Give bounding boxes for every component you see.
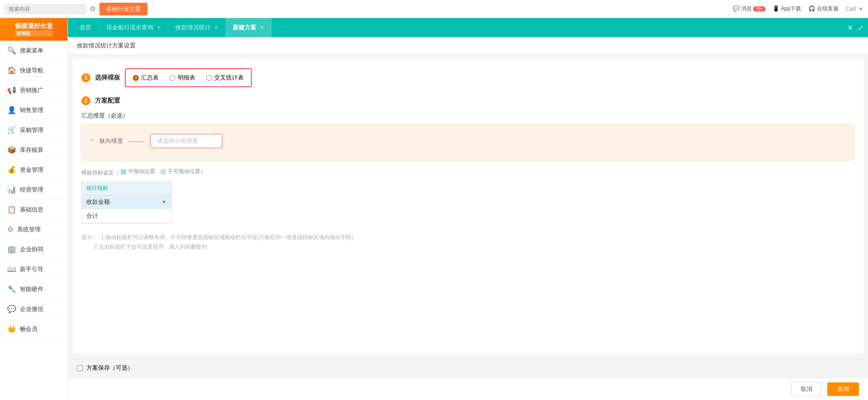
sidebar-label-hardware: 智能硬件 bbox=[20, 285, 43, 293]
metrics-table-header: 统计指标 bbox=[82, 182, 171, 195]
guide-icon: 📖 bbox=[7, 265, 16, 273]
sidebar-label-guide: 新手引导 bbox=[20, 265, 43, 273]
purchase-icon: 🛒 bbox=[7, 126, 16, 134]
sidebar-label-system: 系统管理 bbox=[17, 226, 41, 234]
hardware-icon: 🔧 bbox=[7, 285, 16, 293]
step2-title: 方案配置 bbox=[95, 97, 120, 105]
tips-area: 提示： 1.拖动标题栏可以调整布局，不可跨维度或指标区域拖动栏目字段(只能在同一… bbox=[81, 233, 854, 252]
tip-line-0: 1.拖动标题栏可以调整布局，不可跨维度或指标区域拖动栏目字段(只能在同一维度或指… bbox=[101, 234, 353, 240]
footer-bar: 取消 查询 bbox=[68, 377, 868, 400]
tab-cashflow-close[interactable]: × bbox=[157, 24, 160, 31]
sidebar-item-search[interactable]: 🔍 搜索菜单 bbox=[0, 41, 67, 61]
metrics-desc: 模板指标设定（ 可拖动位置 不可拖动位置） bbox=[81, 168, 854, 177]
sidebar-item-member[interactable]: 👑 畅会员 bbox=[0, 319, 67, 339]
sidebar-item-finance[interactable]: 💰 资金管理 bbox=[0, 160, 67, 180]
download-link[interactable]: 📱 App下载 bbox=[773, 5, 801, 13]
sidebar-item-guide[interactable]: 📖 新手引导 bbox=[0, 259, 67, 279]
sidebar-item-management[interactable]: 📊 经营管理 bbox=[0, 180, 67, 200]
sales-icon: 👤 bbox=[7, 106, 16, 114]
radio-detail-label: 明细表 bbox=[178, 74, 195, 82]
metrics-name-1: 合计 bbox=[86, 212, 98, 220]
logo-name: 畅捷通好生意 bbox=[15, 22, 53, 30]
inventory-icon: 📦 bbox=[7, 146, 16, 154]
immovable-label: 不可拖动位置） bbox=[168, 168, 206, 175]
sidebar-item-wechat[interactable]: 💬 企业微信 bbox=[0, 299, 67, 319]
main-layout: 畅捷通好生意 标准版 🔍 搜索菜单 🏠 快捷导航 📢 营销推广 👤 销售管理 🛒… bbox=[0, 18, 868, 400]
sidebar-label-search: 搜索菜单 bbox=[20, 47, 43, 55]
save-checkbox[interactable] bbox=[77, 365, 83, 371]
tab-cashflow[interactable]: 现金银行流水查询 × bbox=[99, 18, 168, 37]
message-area[interactable]: 💬 消息 99+ bbox=[733, 5, 766, 13]
radio-summary[interactable]: 汇总表 bbox=[133, 74, 159, 82]
tip-prefix: 提示： bbox=[81, 234, 98, 240]
top-header: ⚙ 体验行业方案 💬 消息 99+ 📱 App下载 🎧 在线客服 CaR ▼ bbox=[0, 0, 868, 18]
radio-cross-input[interactable] bbox=[206, 75, 212, 81]
radio-detail[interactable]: 明细表 bbox=[170, 74, 195, 82]
template-select-row: 汇总表 明细表 交叉统计表 bbox=[125, 68, 252, 87]
sidebar-label-finance: 资金管理 bbox=[20, 166, 43, 174]
tab-receipt-stats[interactable]: 收款情况统计 × bbox=[168, 18, 226, 37]
immovable-dot bbox=[160, 169, 166, 174]
tab-bar: 首页 现金银行流水查询 × 收款情况统计 × 新建方案 × ✕ ⤢ bbox=[68, 18, 868, 37]
metrics-row-0[interactable]: 收款金额 ▼ bbox=[82, 195, 171, 209]
sidebar-item-marketing[interactable]: 📢 营销推广 bbox=[0, 80, 67, 100]
tab-bar-actions: ✕ ⤢ bbox=[847, 24, 863, 32]
tab-home[interactable]: 首页 bbox=[72, 18, 99, 37]
management-icon: 📊 bbox=[7, 185, 16, 194]
tab-new-plan-close[interactable]: × bbox=[260, 24, 264, 31]
radio-summary-input[interactable] bbox=[133, 75, 139, 81]
sidebar-label-corp: 企业协同 bbox=[20, 245, 43, 254]
user-info[interactable]: CaR ▼ bbox=[846, 6, 863, 12]
finance-icon: 💰 bbox=[7, 165, 16, 174]
content-area: 首页 现金银行流水查询 × 收款情况统计 × 新建方案 × ✕ ⤢ 收款情况统计… bbox=[68, 18, 868, 400]
sidebar-logo: 畅捷通好生意 标准版 bbox=[0, 18, 67, 41]
dim-select-box[interactable]: 请选择分组维度 bbox=[150, 134, 222, 148]
tab-receipt-close[interactable]: × bbox=[215, 24, 218, 31]
tip-label: 提示： 1.拖动标题栏可以调整布局，不可跨维度或指标区域拖动栏目字段(只能在同一… bbox=[81, 233, 854, 243]
marketing-icon: 📢 bbox=[7, 86, 16, 94]
radio-detail-input[interactable] bbox=[170, 75, 175, 81]
sidebar-item-inventory[interactable]: 📦 库存核算 bbox=[0, 140, 67, 160]
movable-label: 可拖动位置 bbox=[128, 168, 155, 175]
header-left: ⚙ 体验行业方案 bbox=[5, 3, 147, 15]
system-icon: ⚙ bbox=[7, 225, 14, 234]
form-body: 1 选择模板 汇总表 明细表 bbox=[72, 59, 863, 353]
radio-cross[interactable]: 交叉统计表 bbox=[206, 74, 244, 82]
page-content: 收款情况统计方案设置 1 选择模板 汇总表 bbox=[68, 37, 868, 377]
step1-num: 1 bbox=[81, 73, 90, 82]
sidebar-item-system[interactable]: ⚙ 系统管理 bbox=[0, 220, 67, 240]
dimension-box: * 纵向维度 —— 请选择分组维度 bbox=[81, 124, 854, 160]
member-icon: 👑 bbox=[7, 325, 16, 333]
sidebar-item-purchase[interactable]: 🛒 采购管理 bbox=[0, 120, 67, 140]
metrics-config: 模板指标设定（ 可拖动位置 不可拖动位置） bbox=[81, 168, 854, 224]
sidebar-item-sales[interactable]: 👤 销售管理 bbox=[0, 100, 67, 120]
service-link[interactable]: 🎧 在线客服 bbox=[808, 5, 838, 13]
trial-button[interactable]: 体验行业方案 bbox=[99, 3, 147, 15]
save-label: 方案保存（可选） bbox=[86, 364, 133, 372]
metrics-dropdown-0[interactable]: ▼ bbox=[161, 199, 167, 205]
tab-new-plan[interactable]: 新建方案 × bbox=[226, 18, 271, 37]
sidebar-label-baseinfo: 基础信息 bbox=[20, 206, 43, 214]
query-button[interactable]: 查询 bbox=[827, 382, 859, 396]
tab-new-plan-label: 新建方案 bbox=[233, 24, 256, 32]
sidebar-item-hardware[interactable]: 🔧 智能硬件 bbox=[0, 279, 67, 299]
movable-dot bbox=[121, 169, 126, 174]
cancel-button[interactable]: 取消 bbox=[791, 382, 822, 396]
step1-title: 选择模板 bbox=[95, 74, 120, 82]
sidebar-item-nav[interactable]: 🏠 快捷导航 bbox=[0, 61, 67, 80]
sidebar-label-purchase: 采购管理 bbox=[20, 126, 43, 134]
radio-summary-label: 汇总表 bbox=[141, 74, 159, 82]
sidebar-item-base-info[interactable]: 📋 基础信息 bbox=[0, 200, 67, 220]
header-right: 💬 消息 99+ 📱 App下载 🎧 在线客服 CaR ▼ bbox=[733, 5, 863, 13]
settings-icon[interactable]: ⚙ bbox=[90, 5, 96, 13]
tab-expand-icon[interactable]: ⤢ bbox=[858, 24, 863, 32]
step2-num: 2 bbox=[81, 96, 90, 105]
tab-close-window-icon[interactable]: ✕ bbox=[847, 24, 853, 32]
section-step2: 2 方案配置 汇总维度（必选） * 纵向维度 —— 请选择分组维度 bbox=[81, 96, 854, 252]
sidebar-label-sales: 销售管理 bbox=[20, 106, 43, 114]
search-icon: 🔍 bbox=[7, 46, 16, 55]
save-row: 方案保存（可选） bbox=[68, 358, 868, 377]
search-input[interactable] bbox=[5, 4, 86, 14]
tab-home-label: 首页 bbox=[80, 24, 91, 32]
sidebar-item-corp[interactable]: 🏢 企业协同 bbox=[0, 240, 67, 259]
